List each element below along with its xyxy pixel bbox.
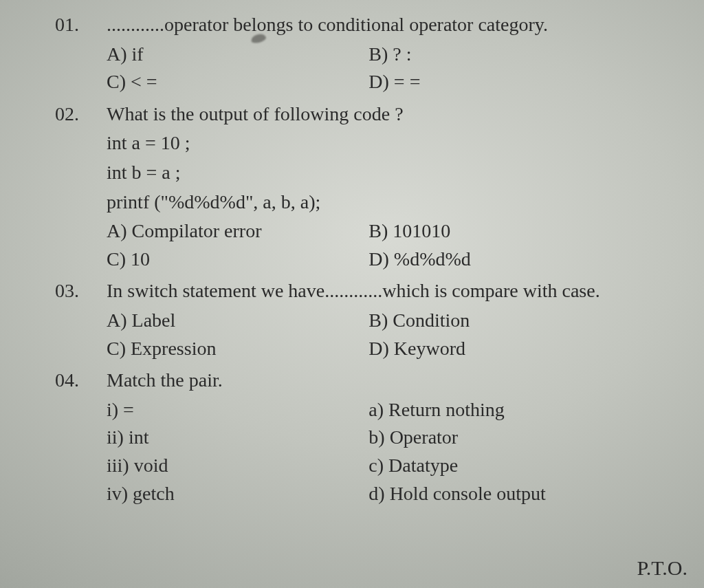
option-C: C) < = (107, 68, 368, 96)
option-D: D) Keyword (368, 335, 676, 363)
options: A) if B) ? : C) < = D) = = (107, 41, 676, 96)
match-right-1: a) Return nothing (368, 396, 676, 424)
option-A: A) Label (107, 307, 368, 335)
question-02: 02. What is the output of following code… (55, 100, 676, 274)
match-right-3: c) Datatype (368, 452, 676, 480)
question-number: 02. (55, 100, 107, 274)
question-body: What is the output of following code ? i… (107, 100, 676, 274)
code-line-3: printf ("%d%d%d", a, b, a); (107, 188, 676, 217)
option-A: A) Compilator error (107, 217, 368, 246)
match-left-4: iv) getch (107, 480, 368, 508)
question-03: 03. In switch statement we have.........… (55, 277, 676, 362)
question-01: 01. ............operator belongs to cond… (55, 11, 676, 96)
question-number: 03. (55, 277, 107, 362)
match-left-1: i) = (107, 396, 368, 424)
question-stem: Match the pair. (107, 367, 676, 395)
match-right-4: d) Hold console output (368, 480, 676, 508)
options: A) Label B) Condition C) Expression D) K… (107, 307, 676, 362)
code-line-2: int b = a ; (107, 159, 676, 187)
match-left-2: ii) int (107, 424, 368, 452)
question-stem: ............operator belongs to conditio… (107, 11, 676, 39)
option-D: D) = = (368, 68, 676, 96)
question-body: In switch statement we have............w… (107, 277, 676, 362)
code-line-1: int a = 10 ; (107, 129, 676, 157)
match-left-col: i) = ii) int iii) void iv) getch (107, 396, 368, 508)
question-stem: What is the output of following code ? (107, 100, 676, 129)
option-B: B) 101010 (368, 217, 676, 246)
match-right-col: a) Return nothing b) Operator c) Datatyp… (368, 396, 676, 508)
page-turn-over: P.T.O. (637, 553, 688, 583)
match-left-3: iii) void (107, 452, 368, 480)
question-body: Match the pair. i) = ii) int iii) void i… (107, 367, 676, 508)
option-C: C) Expression (107, 335, 368, 363)
option-B: B) Condition (368, 307, 676, 335)
option-D: D) %d%d%d (368, 246, 676, 274)
option-A: A) if (107, 41, 368, 69)
match-right-2: b) Operator (368, 424, 676, 452)
question-stem: In switch statement we have............w… (107, 277, 676, 305)
option-B: B) ? : (368, 41, 676, 69)
question-number: 04. (55, 367, 107, 508)
exam-page: 01. ............operator belongs to cond… (0, 0, 704, 588)
option-C: C) 10 (107, 246, 368, 274)
options: A) Compilator error B) 101010 C) 10 D) %… (107, 217, 676, 273)
match-pairs: i) = ii) int iii) void iv) getch a) Retu… (107, 396, 676, 508)
question-04: 04. Match the pair. i) = ii) int iii) vo… (55, 367, 676, 508)
question-body: ............operator belongs to conditio… (107, 11, 676, 96)
question-number: 01. (55, 11, 107, 96)
